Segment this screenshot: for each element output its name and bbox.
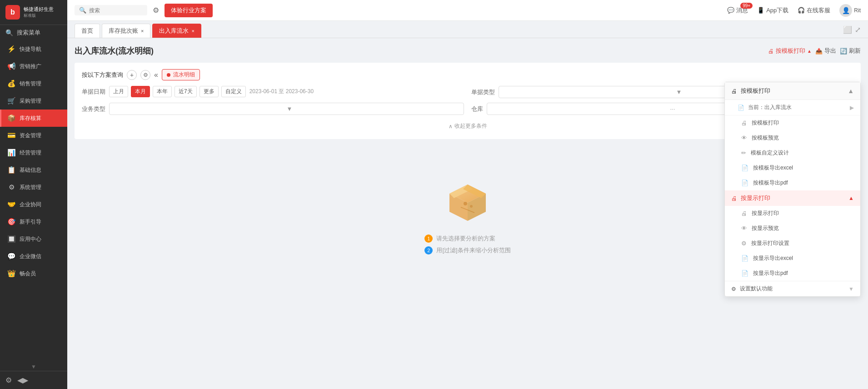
tab-inout-flow-close[interactable]: × — [191, 28, 194, 34]
display-settings-label: 按显示打印设置 — [751, 239, 789, 247]
panel-section-header[interactable]: 🖨 按显示打印 ▲ — [725, 190, 860, 206]
step-1-num: 1 — [424, 234, 433, 243]
headset-icon: 🎧 — [798, 7, 805, 14]
sidebar-item-label: 营销推广 — [20, 63, 41, 70]
page-actions: 🖨 按模板打印 ▲ 📤 导出 🔄 刷新 — [768, 47, 861, 55]
collapse-sidebar-icon[interactable]: ◀▶ — [17, 376, 28, 384]
sidebar-item-quick-nav[interactable]: ⚡ 快捷导航 — [0, 40, 67, 58]
sidebar-item-marketing[interactable]: 📢 营销推广 — [0, 58, 67, 75]
sidebar-item-cooperation[interactable]: 🤝 企业协同 — [0, 196, 67, 213]
panel-display-print[interactable]: 🖨 按显示打印 — [725, 206, 860, 221]
sales-icon: 💰 — [7, 80, 16, 88]
filter-collapse-button[interactable]: « — [154, 71, 158, 79]
template-print-button[interactable]: 🖨 按模板打印 ▲ — [768, 47, 812, 55]
business-type-label: 业务类型 — [82, 105, 105, 113]
sidebar-item-system[interactable]: ⚙ 系统管理 — [0, 179, 67, 196]
export-button[interactable]: 📤 导出 — [815, 47, 836, 55]
tab-inventory-batch-close[interactable]: × — [141, 28, 144, 34]
panel-display-export-excel[interactable]: 📄 按显示导出excel — [725, 251, 860, 266]
finance-icon: 💳 — [7, 131, 16, 140]
empty-steps: 1 请先选择要分析的方案 2 用[过滤]条件来缩小分析范围 — [424, 234, 510, 258]
guide-icon: 🎯 — [7, 218, 16, 226]
display-pdf-label: 按显示导出pdf — [753, 269, 788, 277]
tab-inventory-batch[interactable]: 库存批次账 × — [102, 24, 150, 38]
date-btn-last-month[interactable]: 上月 — [109, 86, 128, 97]
online-service-button[interactable]: 🎧 在线客服 — [798, 6, 830, 15]
app-download-button[interactable]: 📱 App下载 — [757, 6, 788, 15]
empty-state-icon — [440, 171, 495, 225]
industry-solution-button[interactable]: 体验行业方案 — [165, 4, 213, 17]
window-restore-button[interactable]: ⬜ — [843, 25, 852, 34]
date-btn-this-month[interactable]: 本月 — [131, 86, 150, 97]
panel-template-export-excel[interactable]: 📄 按模板导出excel — [725, 160, 860, 175]
date-btn-more[interactable]: 更多 — [200, 86, 219, 97]
doc-type-label: 单据类型 — [471, 88, 495, 96]
filter-settings-button[interactable]: ⚙ — [140, 70, 150, 80]
sidebar-item-label: 系统管理 — [20, 184, 41, 191]
messages-button[interactable]: 💬 消息 99+ — [727, 6, 748, 15]
template-preview-item-icon: 👁 — [741, 135, 747, 141]
topbar-search-box[interactable]: 🔍 — [75, 5, 147, 15]
sidebar-item-guide[interactable]: 🎯 新手引导 — [0, 213, 67, 230]
template-pdf-icon: 📄 — [741, 180, 748, 186]
sidebar-item-finance[interactable]: 💳 资金管理 — [0, 127, 67, 144]
topbar-search-input[interactable] — [89, 7, 143, 14]
sidebar-item-label: 新手引导 — [20, 218, 41, 226]
window-expand-button[interactable]: ⤢ — [855, 25, 861, 34]
sidebar-item-wechat[interactable]: 💬 企业微信 — [0, 248, 67, 265]
svg-point-6 — [470, 205, 473, 208]
panel-current-item[interactable]: 📄 当前：出入库流水 ▶ — [725, 100, 860, 115]
panel-footer[interactable]: ⚙ 设置默认功能 ▼ — [725, 281, 860, 296]
business-type-dropdown[interactable]: ▼ — [109, 103, 464, 115]
sidebar-item-basic-info[interactable]: 📋 基础信息 — [0, 161, 67, 179]
sidebar-item-purchase[interactable]: 🛒 采购管理 — [0, 92, 67, 110]
date-filter: 上月 本月 本年 近7天 更多 自定义 — [109, 86, 246, 97]
panel-display-preview[interactable]: 👁 按显示预览 — [725, 221, 860, 236]
sidebar: b 畅捷通好生意 标准版 🔍 搜索菜单 ⚡ 快捷导航 📢 营销推广 💰 销售管理… — [0, 0, 67, 389]
collapse-up-icon: ∧ — [449, 123, 453, 130]
sidebar-search[interactable]: 🔍 搜索菜单 — [0, 25, 67, 40]
tab-bar: 首页 库存批次账 × 出入库流水 × ⬜ ⤢ — [67, 21, 868, 38]
sidebar-item-label: 基础信息 — [20, 166, 41, 174]
panel-template-export-pdf[interactable]: 📄 按模板导出pdf — [725, 175, 860, 190]
date-btn-custom[interactable]: 自定义 — [221, 86, 246, 97]
settings-footer-icon[interactable]: ⚙ — [5, 376, 12, 384]
sidebar-item-inventory[interactable]: 📦 库存核算 — [0, 110, 67, 127]
chevron-up-icon: ▲ — [807, 49, 812, 54]
filter-add-button[interactable]: + — [127, 70, 137, 80]
business-type-filter-field: 业务类型 ▼ — [82, 103, 464, 115]
sidebar-item-membership[interactable]: 👑 畅会员 — [0, 265, 67, 282]
sidebar-item-label: 经营管理 — [20, 149, 41, 157]
panel-collapse-icon[interactable]: ▲ — [848, 87, 854, 95]
date-btn-this-year[interactable]: 本年 — [153, 86, 172, 97]
date-btn-7-days[interactable]: 近7天 — [175, 86, 197, 97]
panel-template-preview[interactable]: 👁 按模板预览 — [725, 130, 860, 145]
tab-home[interactable]: 首页 — [75, 24, 100, 38]
sidebar-item-label: 库存核算 — [20, 115, 41, 122]
panel-template-design[interactable]: ✏ 模板自定义设计 — [725, 145, 860, 160]
sidebar-scroll-down[interactable]: ▼ — [0, 363, 67, 371]
user-profile[interactable]: 👤 Rit — [839, 4, 861, 17]
filter-tag-label: 流水明细 — [173, 71, 195, 79]
panel-template-print[interactable]: 🖨 按模板打印 — [725, 115, 860, 130]
panel-display-export-pdf[interactable]: 📄 按显示导出pdf — [725, 266, 860, 281]
panel-header: 🖨 按模板打印 ▲ — [725, 82, 860, 100]
date-range-text: 2023-06-01 至 2023-06-30 — [249, 88, 314, 95]
page-title: 出入库流水(流水明细) — [75, 45, 154, 56]
template-excel-icon: 📄 — [741, 165, 748, 171]
sidebar-nav: ⚡ 快捷导航 📢 营销推广 💰 销售管理 🛒 采购管理 📦 库存核算 💳 资金管… — [0, 40, 67, 363]
panel-display-print-settings[interactable]: ⚙ 按显示打印设置 — [725, 236, 860, 251]
sidebar-footer: ⚙ ◀▶ — [0, 371, 67, 389]
sidebar-item-operation[interactable]: 📊 经营管理 — [0, 144, 67, 161]
app-name: 畅捷通好生意 — [24, 6, 54, 12]
quick-nav-icon: ⚡ — [7, 45, 16, 53]
refresh-button[interactable]: 🔄 刷新 — [840, 47, 861, 55]
warehouse-label: 仓库 — [471, 105, 483, 113]
display-excel-label: 按显示导出excel — [753, 254, 793, 262]
sidebar-item-sales[interactable]: 💰 销售管理 — [0, 75, 67, 92]
template-design-item-label: 模板自定义设计 — [751, 149, 789, 157]
sidebar-item-app-center[interactable]: 🔲 应用中心 — [0, 230, 67, 248]
tab-inout-flow[interactable]: 出入库流水 × — [152, 24, 201, 38]
template-excel-label: 按模板导出excel — [753, 164, 793, 172]
topbar-gear-icon[interactable]: ⚙ — [153, 6, 159, 15]
